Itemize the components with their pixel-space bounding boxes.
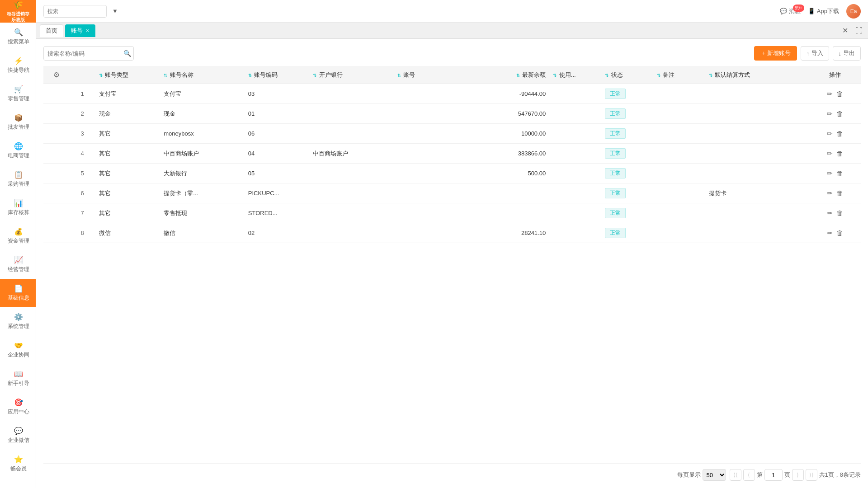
row-remark	[653, 203, 705, 223]
row-balance: -90444.00	[472, 84, 549, 104]
row-use	[549, 164, 601, 183]
sidebar-item-search-menu[interactable]: 🔍 搜索菜单	[0, 23, 36, 51]
row-remark	[653, 183, 705, 203]
edit-button[interactable]: ✏	[827, 169, 833, 178]
edit-button[interactable]: ✏	[827, 130, 833, 138]
sidebar-item-label: 企业协同	[8, 351, 29, 359]
col-bank[interactable]: ⇅ 开户银行	[309, 66, 394, 84]
sidebar-item-app-center[interactable]: 🎯 应用中心	[0, 393, 36, 421]
import-button[interactable]: ↑ 导入	[801, 46, 829, 61]
row-index: 1	[69, 84, 95, 104]
row-name: 提货卡（零...	[160, 183, 245, 203]
delete-button[interactable]: 🗑	[836, 150, 843, 158]
sidebar-item-inventory-check[interactable]: 📊 库存核算	[0, 193, 36, 222]
row-account-no	[394, 164, 472, 183]
col-default-settle-label: 默认结算方式	[715, 71, 750, 78]
sidebar-item-new-guide[interactable]: 📖 新手引导	[0, 364, 36, 393]
import-icon: ↑	[807, 50, 810, 57]
delete-button[interactable]: 🗑	[836, 90, 843, 98]
page-prev-button[interactable]: ⟨	[743, 469, 755, 481]
tab-account[interactable]: 账号 ✕	[65, 24, 95, 37]
sidebar-item-membership[interactable]: ⭐ 畅会员	[0, 450, 36, 478]
col-balance[interactable]: ⇅ 最新余额	[472, 66, 549, 84]
row-bank	[309, 84, 394, 104]
col-remark-label: 备注	[663, 71, 675, 78]
sidebar-item-label: 库存核算	[8, 209, 29, 216]
col-status[interactable]: ⇅ 状态	[601, 66, 653, 84]
col-use-label: 使用...	[559, 71, 576, 78]
topbar-search-input[interactable]	[43, 5, 107, 18]
col-account[interactable]: ⇅ 账号	[394, 66, 472, 84]
row-code: 05	[245, 164, 309, 183]
col-default-settle[interactable]: ⇅ 默认结算方式	[705, 66, 809, 84]
row-balance	[472, 183, 549, 203]
delete-button[interactable]: 🗑	[836, 229, 843, 237]
edit-button[interactable]: ✏	[827, 229, 833, 237]
topbar-dropdown[interactable]: ▼	[112, 8, 118, 14]
row-balance: 500.00	[472, 164, 549, 183]
search-input[interactable]	[47, 50, 123, 57]
edit-button[interactable]: ✏	[827, 189, 833, 197]
row-type: 其它	[95, 124, 160, 144]
export-button[interactable]: ↓ 导出	[833, 46, 861, 61]
tab-fullscreen-button[interactable]: ⛶	[854, 26, 864, 36]
row-use	[549, 84, 601, 104]
edit-button[interactable]: ✏	[827, 150, 833, 158]
delete-button[interactable]: 🗑	[836, 110, 843, 118]
tab-close-icon[interactable]: ✕	[85, 28, 90, 34]
search-icon[interactable]: 🔍	[123, 50, 131, 57]
sidebar-item-basic-info[interactable]: 📄 基础信息	[0, 279, 36, 307]
search-menu-icon: 🔍	[14, 28, 23, 37]
row-code: 02	[245, 223, 309, 243]
sort-icon: ⇅	[516, 73, 520, 78]
message-button[interactable]: 💬 消息 99+	[780, 7, 801, 15]
page-size-select: 每页显示 50 100	[677, 469, 726, 481]
edit-button[interactable]: ✏	[827, 90, 833, 98]
sidebar-item-sys-mgmt[interactable]: ⚙️ 系统管理	[0, 307, 36, 336]
sidebar-item-wholesale-mgmt[interactable]: 📦 批发管理	[0, 108, 36, 136]
col-type-label: 账号类型	[105, 71, 128, 78]
table-row: 1 支付宝 支付宝 03 -90444.00 正常 ✏ 🗑	[43, 84, 861, 104]
sidebar-item-ecommerce-mgmt[interactable]: 🌐 电商管理	[0, 136, 36, 165]
row-index: 2	[69, 104, 95, 124]
delete-button[interactable]: 🗑	[836, 189, 843, 197]
tab-close-all-button[interactable]: ✕	[840, 25, 850, 36]
sidebar-item-capital-mgmt[interactable]: 💰 资金管理	[0, 222, 36, 250]
col-use[interactable]: ⇅ 使用...	[549, 66, 601, 84]
page-first-button[interactable]: ⟨⟨	[730, 469, 741, 481]
delete-button[interactable]: 🗑	[836, 169, 843, 178]
row-code: 04	[245, 144, 309, 164]
sidebar-logo[interactable]: 🌾 稻谷进销存乐惠版	[0, 0, 36, 23]
delete-button[interactable]: 🗑	[836, 130, 843, 138]
col-remark[interactable]: ⇅ 备注	[653, 66, 705, 84]
col-type[interactable]: ⇅ 账号类型	[95, 66, 160, 84]
edit-button[interactable]: ✏	[827, 110, 833, 118]
user-avatar[interactable]: Ea	[846, 4, 861, 19]
logo-text: 稻谷进销存乐惠版	[7, 11, 29, 23]
col-gear[interactable]: ⚙	[43, 66, 69, 84]
search-box[interactable]: 🔍	[43, 46, 134, 61]
page-last-button[interactable]: ⟩⟩	[806, 469, 817, 481]
basic-info-icon: 📄	[14, 284, 23, 293]
delete-button[interactable]: 🗑	[836, 209, 843, 217]
add-account-button[interactable]: + 新增账号	[754, 46, 797, 61]
sidebar-item-operations-mgmt[interactable]: 📈 经营管理	[0, 250, 36, 279]
page-next-button[interactable]: ⟩	[792, 469, 804, 481]
column-settings-icon[interactable]: ⚙	[53, 71, 60, 79]
row-index: 5	[69, 164, 95, 183]
row-status: 正常	[601, 84, 653, 104]
export-label: 导出	[843, 49, 855, 57]
app-download-button[interactable]: 📱 App下载	[808, 7, 839, 15]
edit-button[interactable]: ✏	[827, 209, 833, 217]
row-account-no	[394, 183, 472, 203]
page-input[interactable]	[764, 469, 783, 481]
sidebar-item-enterprise-wechat[interactable]: 💬 企业微信	[0, 421, 36, 450]
col-code[interactable]: ⇅ 账号编码	[245, 66, 309, 84]
sidebar-item-retail-mgmt[interactable]: 🛒 零售管理	[0, 80, 36, 108]
sidebar-item-quick-nav[interactable]: ⚡ 快捷导航	[0, 51, 36, 80]
sidebar-item-enterprise-agreement[interactable]: 🤝 企业协同	[0, 336, 36, 364]
per-page-dropdown[interactable]: 50 100	[703, 469, 726, 481]
sidebar-item-purchase-mgmt[interactable]: 📋 采购管理	[0, 165, 36, 193]
col-name[interactable]: ⇅ 账号名称	[160, 66, 245, 84]
tab-home[interactable]: 首页	[40, 24, 63, 37]
